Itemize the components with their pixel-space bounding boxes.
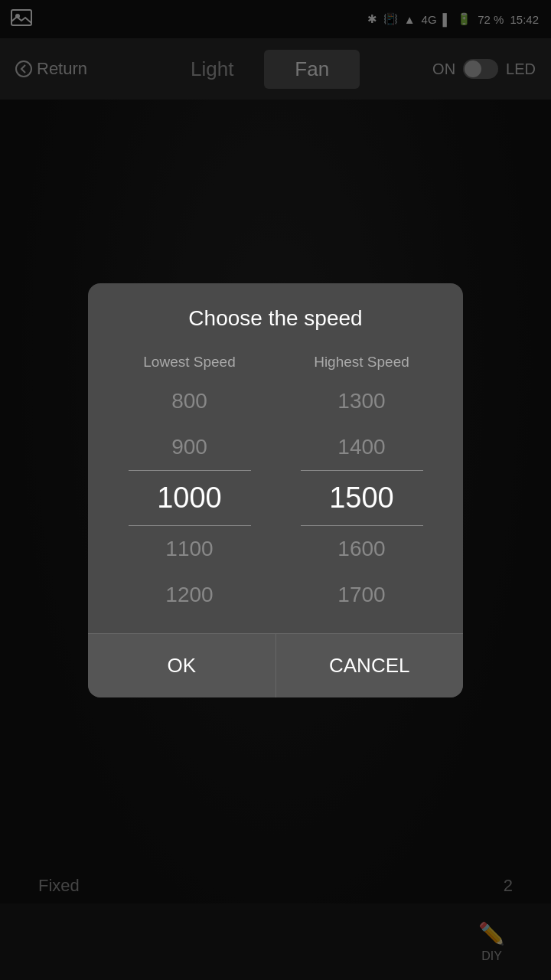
lowest-speed-1100[interactable]: 1100 bbox=[129, 526, 251, 572]
lowest-speed-picker[interactable]: 800 900 1000 1100 1200 bbox=[129, 378, 251, 618]
speed-column-headers: Lowest Speed Highest Speed bbox=[88, 354, 463, 371]
modal-buttons: OK CANCEL bbox=[88, 633, 463, 697]
highest-speed-1600[interactable]: 1600 bbox=[301, 526, 423, 572]
ok-button[interactable]: OK bbox=[88, 634, 276, 697]
highest-speed-1500[interactable]: 1500 bbox=[301, 470, 423, 526]
lowest-speed-1000[interactable]: 1000 bbox=[129, 470, 251, 526]
modal-overlay: Choose the speed Lowest Speed Highest Sp… bbox=[0, 0, 551, 980]
lowest-speed-header: Lowest Speed bbox=[129, 354, 251, 371]
lowest-speed-800[interactable]: 800 bbox=[129, 378, 251, 424]
highest-speed-header: Highest Speed bbox=[301, 354, 423, 371]
highest-speed-1400[interactable]: 1400 bbox=[301, 424, 423, 470]
lowest-speed-900[interactable]: 900 bbox=[129, 424, 251, 470]
speed-pickers[interactable]: 800 900 1000 1100 1200 1300 1400 1500 16… bbox=[88, 378, 463, 618]
highest-speed-1700[interactable]: 1700 bbox=[301, 572, 423, 618]
speed-dialog: Choose the speed Lowest Speed Highest Sp… bbox=[88, 283, 463, 697]
cancel-button[interactable]: CANCEL bbox=[276, 634, 464, 697]
modal-title: Choose the speed bbox=[188, 306, 362, 331]
highest-speed-1300[interactable]: 1300 bbox=[301, 378, 423, 424]
lowest-speed-1200[interactable]: 1200 bbox=[129, 572, 251, 618]
highest-speed-picker[interactable]: 1300 1400 1500 1600 1700 bbox=[301, 378, 423, 618]
